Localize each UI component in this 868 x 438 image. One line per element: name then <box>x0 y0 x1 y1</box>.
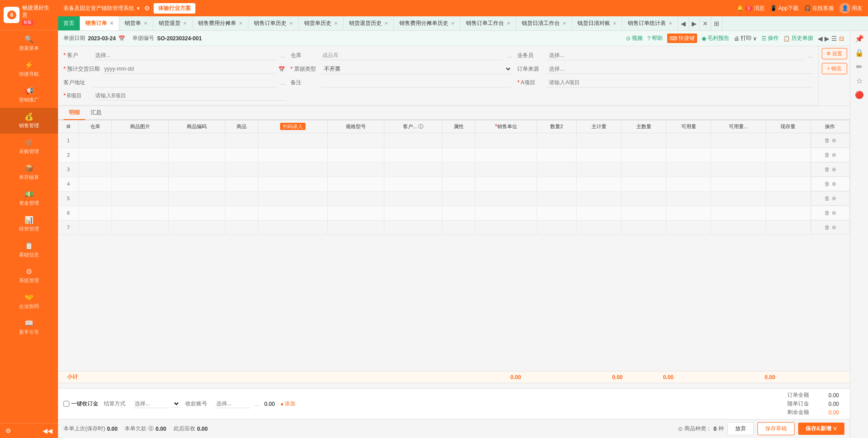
delete-icon[interactable]: 🗑 <box>824 166 830 173</box>
th-main-unit[interactable]: 主计量 <box>577 120 621 133</box>
th-product-image[interactable]: 商品图片 <box>112 120 168 133</box>
one-click-checkbox[interactable]: 一键收订金 <box>63 400 98 408</box>
sidebar-item-search[interactable]: 🔍 搜索菜单 <box>0 30 58 56</box>
th-product-name[interactable]: 商品 <box>225 120 258 133</box>
online-support-item[interactable]: 🎧 在线客服 <box>804 5 834 12</box>
account-more-icon[interactable]: ... <box>254 401 259 407</box>
tab-close-icon[interactable]: ✕ <box>110 21 113 26</box>
th-attributes[interactable]: 属性 <box>442 120 475 133</box>
tab-close-icon[interactable]: ✕ <box>613 21 616 26</box>
top-settings-icon[interactable]: ⚙ <box>144 5 150 12</box>
delete-icon[interactable]: 🗑 <box>824 210 830 216</box>
tab-expense-history[interactable]: 销售费用分摊单历史 ✕ <box>394 16 461 30</box>
th-current-stock[interactable]: 现存量 <box>766 120 810 133</box>
sidebar-item-system[interactable]: ⚙ 系统管理 <box>0 263 58 289</box>
tab-close-icon[interactable]: ✕ <box>507 21 510 26</box>
panel-alert-icon[interactable]: 🔴 <box>855 91 864 99</box>
salesperson-input[interactable] <box>547 51 804 60</box>
tab-cash-reconcile[interactable]: 钱货日清对账 ✕ <box>572 16 622 30</box>
user-item[interactable]: 👤 用友 <box>839 3 863 14</box>
tab-close-icon[interactable]: ✕ <box>384 21 388 26</box>
delete-icon[interactable]: 🗑 <box>824 152 830 158</box>
delete-icon[interactable]: 🗑 <box>824 137 830 144</box>
tab-sales-order[interactable]: 销售订单 ✕ <box>80 16 119 30</box>
sidebar-item-operations[interactable]: 📊 经营管理 <box>0 211 58 237</box>
layout-fullscreen-icon[interactable]: ⊟ <box>839 35 844 42</box>
copy-icon[interactable]: ⊕ <box>832 181 836 187</box>
sidebar-item-enterprise[interactable]: 🤝 企业协同 <box>0 289 58 314</box>
copy-icon[interactable]: ⊕ <box>832 224 836 231</box>
add-logistics-button[interactable]: + 物流 <box>822 63 847 74</box>
help-link[interactable]: ? 帮助 <box>647 34 663 42</box>
customer-more-icon[interactable]: ... <box>281 53 285 59</box>
layout-grid-icon[interactable]: ▶ <box>824 35 829 42</box>
tab-sales-return[interactable]: 销货退货 ✕ <box>153 16 193 30</box>
th-product-code[interactable]: 商品编码 <box>168 120 225 133</box>
th-warehouse[interactable]: 仓库 <box>78 120 112 133</box>
tab-next-btn[interactable]: ▶ <box>689 16 700 30</box>
notification-item[interactable]: 🔔 9 消息 <box>737 5 765 12</box>
add-link[interactable]: ● 添加 <box>280 400 295 408</box>
scroll-bar-area[interactable] <box>58 383 850 388</box>
discard-button[interactable]: 放弃 <box>727 422 754 435</box>
history-link[interactable]: 📋 历史单据 <box>783 34 813 42</box>
copy-icon[interactable]: ⊕ <box>832 195 836 202</box>
shortcut-link[interactable]: ⌨ 快捷键 <box>667 34 697 43</box>
profit-link[interactable]: ◉ 毛利预告 <box>702 34 729 42</box>
tab-expand-btn[interactable]: ⊞ <box>711 16 723 30</box>
panel-pin-icon[interactable]: 📌 <box>855 34 864 43</box>
save-draft-button[interactable]: 保存草稿 <box>757 422 795 435</box>
th-scan-input[interactable]: 扫码录入 <box>258 120 327 133</box>
account-input[interactable] <box>214 399 251 408</box>
sidebar-item-inventory[interactable]: 📦 库存核算 <box>0 159 58 185</box>
tab-home[interactable]: 首页 <box>58 16 80 30</box>
tab-invoice-history[interactable]: 销货单历史 ✕ <box>299 16 344 30</box>
collapse-icon[interactable]: ◀◀ <box>43 427 53 434</box>
tab-order-history[interactable]: 销售订单历史 ✕ <box>248 16 299 30</box>
delete-icon[interactable]: 🗑 <box>824 181 830 187</box>
tab-close-icon[interactable]: ✕ <box>183 21 187 26</box>
copy-icon[interactable]: ⊕ <box>832 210 836 216</box>
tab-close-icon[interactable]: ✕ <box>289 21 293 26</box>
tab-close-all-btn[interactable]: ✕ <box>700 16 711 30</box>
remark-input[interactable] <box>320 78 512 87</box>
tab-cash-workbench[interactable]: 钱货日清工作台 ✕ <box>516 16 572 30</box>
th-customer-code[interactable]: 客户... ⓘ <box>384 120 442 133</box>
tab-prev-btn[interactable]: ◀ <box>678 16 689 30</box>
print-link[interactable]: 🖨 打印 ∨ <box>734 34 757 42</box>
settings-bottom-icon[interactable]: ⚙ <box>5 427 11 434</box>
delete-icon[interactable]: 🗑 <box>824 195 830 202</box>
save-new-button[interactable]: 保存&新增 ∨ <box>798 423 844 435</box>
th-available[interactable]: 可用量 <box>666 120 711 133</box>
salesperson-more-icon[interactable]: ... <box>808 53 813 59</box>
copy-icon[interactable]: ⊕ <box>832 137 836 144</box>
th-sales-unit[interactable]: *销售单位 <box>475 120 537 133</box>
payment-method-select[interactable] <box>171 400 180 408</box>
delete-icon[interactable]: 🗑 <box>824 224 830 231</box>
sidebar-item-quick-nav[interactable]: ⚡ 快捷导航 <box>0 56 58 82</box>
panel-lock-icon[interactable]: 🔒 <box>855 48 864 57</box>
sidebar-item-basic-info[interactable]: 📋 基础信息 <box>0 237 58 263</box>
warehouse-more-icon[interactable]: ... <box>507 53 512 59</box>
layout-expand-icon[interactable]: ☰ <box>831 35 837 42</box>
tab-close-icon[interactable]: ✕ <box>144 21 147 26</box>
order-source-input[interactable] <box>547 64 813 74</box>
operation-link[interactable]: ☰ 操作 <box>761 34 779 42</box>
tab-sales-invoice[interactable]: 销货单 ✕ <box>119 16 153 30</box>
tab-close-icon[interactable]: ✕ <box>669 21 672 26</box>
tab-close-icon[interactable]: ✕ <box>563 21 566 26</box>
view-video-link[interactable]: ⊙ 视频 <box>626 34 643 42</box>
customer-input[interactable] <box>93 51 276 60</box>
tab-close-icon[interactable]: ✕ <box>334 21 338 26</box>
delivery-calendar-icon[interactable]: 📅 <box>278 66 285 72</box>
b-project-input[interactable] <box>93 91 286 101</box>
tab-close-icon[interactable]: ✕ <box>451 21 455 26</box>
tab-order-workbench[interactable]: 销售订单工作台 ✕ <box>461 16 516 30</box>
th-spec[interactable]: 规格型号 <box>327 120 384 133</box>
sidebar-item-finance[interactable]: 💵 资金管理 <box>0 185 58 211</box>
industry-button[interactable]: 体验行业方案 <box>154 3 195 14</box>
tab-return-history[interactable]: 销货退货历史 ✕ <box>344 16 394 30</box>
address-more-icon[interactable]: ... <box>281 80 285 86</box>
calendar-icon[interactable]: 📅 <box>118 35 125 42</box>
copy-icon[interactable]: ⊕ <box>832 166 836 173</box>
